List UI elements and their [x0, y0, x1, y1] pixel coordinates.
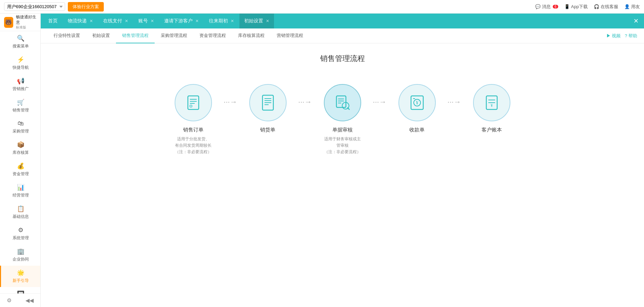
- sidebar-label-finance: 资金管理: [13, 171, 29, 177]
- sidebar-item-marketing-promo[interactable]: 📢 营销推广: [0, 74, 40, 95]
- flow-step-sales-invoice[interactable]: 销货单: [241, 84, 295, 136]
- logo-icon: 🐻: [4, 17, 13, 28]
- tab-init-label: 初始设置: [244, 18, 263, 24]
- tab-downstream-close[interactable]: ✕: [195, 19, 199, 23]
- sub-tab-purchase-flow[interactable]: 采购管理流程: [155, 28, 193, 43]
- message-label: 消息: [542, 4, 551, 10]
- sidebar-item-system[interactable]: ⚙ 系统管理: [0, 223, 40, 244]
- settings-bottom-icon[interactable]: ⚙: [7, 297, 12, 304]
- marketing-promo-icon: 📢: [17, 77, 24, 85]
- tab-account-label: 账号: [138, 18, 148, 24]
- sub-tab-fund-flow[interactable]: 资金管理流程: [193, 28, 232, 43]
- main-layout: 🐻 畅捷通好生意 标准版 🔍 搜索菜单 ⚡ 快捷导航 📢 营销推广 🛒 销售管理: [0, 14, 644, 307]
- sidebar-label-inventory: 库存核算: [13, 150, 29, 156]
- tab-downstream[interactable]: 邀请下游客户 ✕: [159, 14, 203, 28]
- tab-account-close[interactable]: ✕: [151, 19, 154, 23]
- sales-icon: 🛒: [17, 99, 24, 106]
- sub-tab-init-settings[interactable]: 初始设置: [86, 28, 116, 43]
- arrow-2: ···→: [295, 84, 315, 106]
- help-link[interactable]: ? 帮助: [625, 33, 637, 39]
- top-bar-left: 用户690企业1660120507 体验行业方案: [4, 2, 104, 12]
- sidebar-item-app-center[interactable]: 🔲 应用中心: [0, 287, 40, 293]
- content-area: 首页 物流快递 ✕ 在线支付 ✕ 账号 ✕ 邀请下游客户 ✕ 往来期初 ✕: [41, 14, 644, 307]
- sub-tab-marketing-flow-label: 营销管理流程: [277, 33, 303, 39]
- tab-payment-close[interactable]: ✕: [125, 19, 128, 23]
- flow-step-receipt[interactable]: ¥ 收款单: [390, 84, 444, 136]
- tab-home[interactable]: 首页: [43, 14, 62, 28]
- sidebar-item-finance[interactable]: 💰 资金管理: [0, 159, 40, 180]
- arrow-1: ···→: [220, 84, 241, 106]
- flow-circle-receipt: ¥: [398, 84, 436, 121]
- step-doc-review-desc: 适用于财务审核或主管审核（注：非必要流程）: [324, 136, 361, 156]
- message-item[interactable]: 💬 消息 6: [535, 4, 558, 10]
- logo-text-area: 畅捷通好生意 标准版: [16, 15, 36, 30]
- sidebar: 🐻 畅捷通好生意 标准版 🔍 搜索菜单 ⚡ 快捷导航 📢 营销推广 🛒 销售管理: [0, 14, 41, 307]
- step-receipt-name: 收款单: [409, 127, 425, 133]
- sidebar-item-guide[interactable]: 🌟 新手引导: [0, 266, 40, 287]
- sidebar-item-shortcut[interactable]: ⚡ 快捷导航: [0, 53, 40, 74]
- sidebar-item-inventory[interactable]: 📦 库存核算: [0, 138, 40, 159]
- svg-line-15: [348, 108, 349, 109]
- user-select[interactable]: 用户690企业1660120507: [4, 2, 65, 11]
- svg-text:¥: ¥: [416, 100, 418, 105]
- sub-tab-industry[interactable]: 行业特性设置: [47, 28, 86, 43]
- sidebar-item-search[interactable]: 🔍 搜索菜单: [0, 31, 40, 53]
- video-link[interactable]: ▶ 视频: [606, 33, 621, 39]
- search-icon: 🔍: [17, 35, 24, 42]
- collapse-icon[interactable]: ◀◀: [25, 297, 34, 304]
- user-item[interactable]: 👤 用友: [624, 4, 640, 10]
- tab-init-close[interactable]: ✕: [266, 19, 269, 23]
- svg-rect-0: [188, 96, 199, 109]
- tab-period[interactable]: 往来期初 ✕: [204, 14, 239, 28]
- flow-step-sales-order[interactable]: 销售订单 适用于分批发货、有合同发货周期较长（注：非必要流程）: [166, 84, 220, 156]
- sidebar-label-enterprise: 企业协同: [13, 257, 29, 262]
- experience-button[interactable]: 体验行业方案: [68, 2, 104, 12]
- flow-diagram: 销售订单 适用于分批发货、有合同发货周期较长（注：非必要流程） ···→: [54, 84, 630, 156]
- sidebar-item-purchase[interactable]: 🛍 采购管理: [0, 117, 40, 138]
- flow-circle-doc-review: [324, 84, 361, 121]
- tab-account[interactable]: 账号 ✕: [134, 14, 159, 28]
- step-doc-review-name: 单据审核: [332, 127, 353, 133]
- flow-step-doc-review[interactable]: 单据审核 适用于财务审核或主管审核（注：非必要流程）: [315, 84, 370, 156]
- app-label: App下载: [571, 4, 588, 10]
- service-label: 在线客服: [601, 4, 618, 10]
- flow-step-customer-account[interactable]: ¥ 客户账本: [465, 84, 519, 136]
- sidebar-item-operations[interactable]: 📊 经营管理: [0, 180, 40, 202]
- sidebar-label-marketing-promo: 营销推广: [13, 86, 29, 92]
- app-download-item[interactable]: 📱 App下载: [564, 4, 588, 10]
- tab-period-close[interactable]: ✕: [231, 19, 234, 23]
- sub-tab-industry-label: 行业特性设置: [54, 33, 80, 39]
- online-service-item[interactable]: 🎧 在线客服: [594, 4, 618, 10]
- top-bar: 用户690企业1660120507 体验行业方案 💬 消息 6 📱 App下载 …: [0, 0, 644, 14]
- tab-payment[interactable]: 在线支付 ✕: [98, 14, 133, 28]
- operations-icon: 📊: [17, 184, 24, 191]
- inventory-icon: 📦: [17, 141, 24, 148]
- sidebar-item-basic-info[interactable]: 📋 基础信息: [0, 202, 40, 223]
- logo-area: 🐻 畅捷通好生意 标准版: [0, 14, 40, 31]
- sidebar-item-sales[interactable]: 🛒 销售管理: [0, 95, 40, 117]
- sub-tab-inventory-flow-label: 库存核算流程: [238, 33, 265, 39]
- sub-tab-inventory-flow[interactable]: 库存核算流程: [232, 28, 271, 43]
- sub-tab-sales-flow[interactable]: 销售管理流程: [116, 28, 155, 43]
- page-title: 销售管理流程: [54, 54, 630, 64]
- arrow-3: ···→: [370, 84, 390, 106]
- app-center-icon: 🔲: [17, 290, 24, 293]
- sidebar-label-basic-info: 基础信息: [13, 214, 29, 220]
- sidebar-item-enterprise[interactable]: 🏢 企业协同: [0, 244, 40, 266]
- finance-icon: 💰: [17, 162, 24, 170]
- tab-init[interactable]: 初始设置 ✕: [239, 14, 274, 28]
- tab-logistics-close[interactable]: ✕: [90, 19, 93, 23]
- sub-tabs-right: ▶ 视频 ? 帮助: [606, 33, 637, 39]
- service-icon: 🎧: [594, 4, 599, 9]
- shortcut-icon: ⚡: [17, 56, 24, 63]
- tab-period-label: 往来期初: [209, 18, 228, 24]
- close-all-button[interactable]: ✕: [631, 17, 641, 25]
- sub-tab-marketing-flow[interactable]: 营销管理流程: [271, 28, 309, 43]
- tab-logistics-label: 物流快递: [68, 18, 87, 24]
- sidebar-label-guide: 新手引导: [13, 278, 29, 284]
- sub-tab-fund-flow-label: 资金管理流程: [199, 33, 226, 39]
- message-icon: 💬: [535, 4, 541, 9]
- svg-text:¥: ¥: [491, 103, 493, 108]
- sub-tabs: 行业特性设置 初始设置 销售管理流程 采购管理流程 资金管理流程 库存核算流程: [41, 28, 644, 43]
- tab-logistics[interactable]: 物流快递 ✕: [63, 14, 98, 28]
